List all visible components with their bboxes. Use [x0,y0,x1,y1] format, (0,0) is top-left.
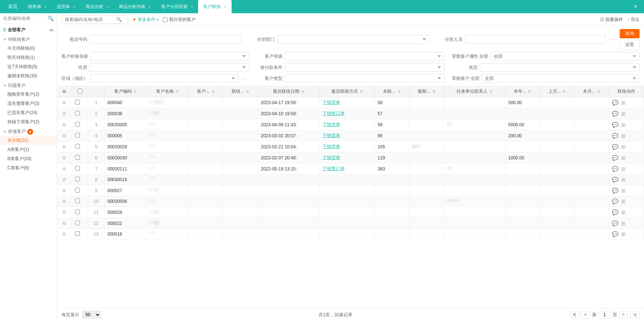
row-select-checkbox[interactable] [75,221,80,225]
grid-action-icon[interactable]: ⊞ [621,155,626,161]
grid-action-icon[interactable]: ⊞ [621,188,626,194]
row-settings[interactable]: ⚙ [57,108,72,119]
row-select-checkbox[interactable] [75,209,80,214]
filter-customer-type-select[interactable] [285,74,444,83]
row-settings[interactable]: ⚙ [57,207,72,218]
row-select-checkbox[interactable] [75,177,80,181]
chat-icon[interactable]: 💬 [612,198,618,204]
row-last-method[interactable]: 下销货单 [320,97,374,108]
row-last-method[interactable]: 下销货单 [320,141,374,152]
sidebar-item-class-a[interactable]: A类客户(1) [0,145,57,154]
grid-action-icon[interactable]: ⊞ [621,122,626,128]
grid-action-icon[interactable]: ⊞ [621,111,626,117]
collapse-sidebar-icon[interactable]: ≪ [49,28,54,33]
all-customers-header[interactable]: ⠿ 全部客户 ≪ [0,24,57,35]
prev-page-button[interactable]: < [581,311,590,318]
row-last-method[interactable]: 下销货单 [320,152,374,163]
filter-customer-level-select[interactable] [285,52,444,61]
grid-action-icon[interactable]: ⊞ [621,133,626,139]
row-select-checkbox[interactable] [75,155,80,160]
filter-phone-input[interactable] [89,35,242,44]
chat-icon[interactable]: 💬 [612,177,618,183]
sidebar-item-today-pending[interactable]: 今天待联络(0) [0,44,57,53]
row-select-checkbox[interactable] [75,188,80,193]
select-all-checkbox[interactable] [78,89,82,94]
chat-icon[interactable]: 💬 [612,188,618,194]
sidebar-item-7days-pending[interactable]: 近7天待联络(0) [0,62,57,71]
chat-icon[interactable]: 💬 [612,166,618,172]
my-customers-checkbox[interactable] [163,17,168,22]
row-settings[interactable]: ⚙ [57,196,72,207]
page-number-input[interactable] [599,311,610,318]
row-last-method[interactable]: 下销售订单 [320,163,374,174]
chat-icon[interactable]: 💬 [612,122,618,128]
row-settings[interactable]: ⚙ [57,119,72,130]
row-select-checkbox[interactable] [75,100,80,105]
filter-nature-select[interactable] [89,63,249,72]
row-settings[interactable]: ⚙ [57,185,72,196]
col-last-method[interactable]: 最后联络方式 ⇅ [320,86,374,97]
sidebar-group-pending[interactable]: ▼ 待联络客户 [0,35,57,44]
filter-status-select[interactable] [480,63,640,72]
sidebar-item-class-c[interactable]: C类客户(6) [0,163,57,173]
sidebar-item-declining[interactable]: 持续下滑客户(2) [0,117,57,127]
sidebar-group-problem[interactable]: ▼ 问题客户 [0,81,57,90]
page-size-select[interactable]: 50 100 200 [82,311,101,319]
search-input[interactable] [65,17,116,22]
sidebar-item-class-b[interactable]: B类客户(33) [0,154,57,163]
col-last-month[interactable]: 上月... ⇅ [540,86,574,97]
row-select-checkbox[interactable] [75,122,80,127]
last-method-link[interactable]: 下销货单 [323,155,340,160]
last-page-button[interactable]: >| [630,311,640,318]
row-select-checkbox[interactable] [75,198,80,203]
grid-action-icon[interactable]: ⊞ [621,166,626,172]
row-settings[interactable]: ⚙ [57,163,72,174]
query-button[interactable]: 查询 [620,29,640,38]
grid-action-icon[interactable]: ⊞ [621,100,626,106]
filter-payment-select[interactable] [285,63,444,72]
row-settings[interactable]: ⚙ [57,130,72,141]
filter-scatter-attr-select[interactable]: 全部 [490,52,640,61]
row-settings[interactable]: ⚙ [57,141,72,152]
close-tab-product-analysis-icon[interactable]: × [106,4,109,9]
first-page-button[interactable]: K [570,311,579,318]
grid-action-icon[interactable]: ⊞ [621,221,626,226]
filter-scatter-customer-select[interactable]: 全部 [482,74,640,83]
last-method-link[interactable]: 下销售订单 [323,166,345,171]
grid-action-icon[interactable]: ⊞ [621,144,626,150]
grid-action-icon[interactable]: ⊞ [621,209,626,215]
grid-action-icon[interactable]: ⊞ [621,198,626,204]
col-overdue[interactable]: 逾期... ⇅ [409,86,444,97]
nav-tab-customer-contact[interactable]: 客户联络 × [198,0,231,13]
row-settings[interactable]: ⚙ [57,218,72,229]
filter-region-dots[interactable]: ··· [240,75,249,81]
filter-price-level-select[interactable] [90,52,249,61]
col-code[interactable]: 客户编码 ⇅ [104,86,146,97]
last-method-link[interactable]: 下销货单 [323,133,340,138]
filter-region-select[interactable] [90,74,238,83]
category-search-icon[interactable]: 🔍 [47,15,54,21]
close-tab-purchase-icon[interactable]: × [73,4,75,9]
col-name[interactable]: 客户名称 ⇅ [147,86,189,97]
batch-ops-button[interactable]: ☑ 批量操作 [600,17,623,23]
nav-tab-sales[interactable]: 销售单 × [23,0,52,13]
filter-manager-dots[interactable]: ··· [608,36,617,42]
my-customers-checkbox-label[interactable]: 我分管的客户 [163,17,196,23]
filter-dept-select[interactable] [277,35,429,44]
col-last-date[interactable]: 最后联络日期 ⇅ [258,86,320,97]
export-button[interactable]: ↑ 导出 [627,17,640,23]
chat-icon[interactable]: 💬 [612,155,618,161]
row-last-method[interactable]: 下销货单 [320,130,374,141]
nav-tab-product-list[interactable]: 商品分析列表 × [114,0,156,13]
nav-tab-customer-segment[interactable]: 客户分层经客 × [156,0,198,13]
row-settings[interactable]: ⚙ [57,174,72,185]
nav-home[interactable]: 首页 [3,0,23,13]
row-last-method[interactable]: 下销货单 [320,119,374,130]
close-all-button[interactable]: × [630,3,641,10]
row-select-checkbox[interactable] [75,133,80,138]
close-tab-product-list-icon[interactable]: × [148,4,151,9]
nav-tab-product-analysis[interactable]: 商品分析 × [81,0,114,13]
sidebar-item-ungrouped[interactable]: 未分组(32) [0,136,57,145]
row-select-checkbox[interactable] [75,144,80,149]
col-settings[interactable]: ⚙ [57,86,72,97]
